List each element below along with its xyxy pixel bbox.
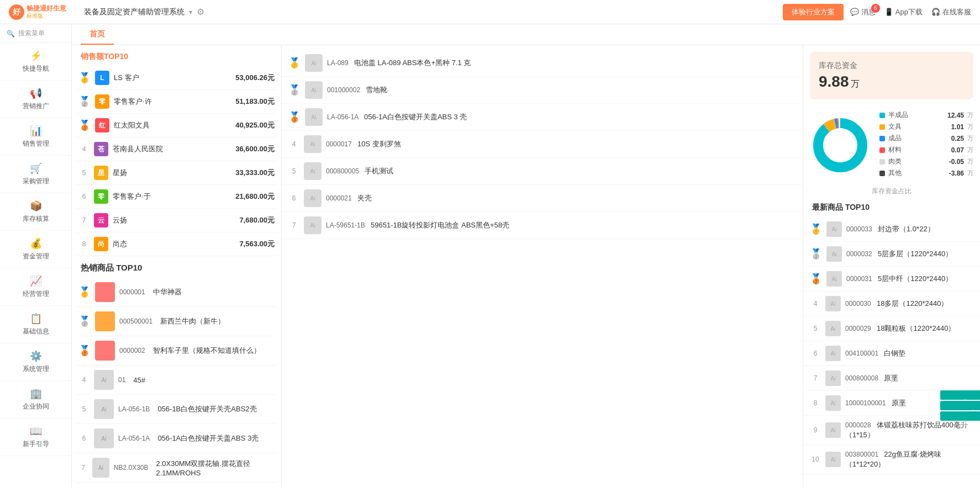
product-name: 056-1A白色按键开关盖ABS 3 壳: [364, 113, 467, 121]
product-rank: 6: [288, 194, 299, 202]
online-service-button[interactable]: 🎧 在线客服: [931, 7, 971, 17]
gear-icon[interactable]: ⚙: [197, 7, 204, 17]
product-image: Ai: [826, 221, 842, 237]
new-product-item: 🥈 Ai 0000032 5层多层（1220*2440）: [803, 242, 980, 267]
product-code: 0000030: [845, 300, 874, 308]
product-rank: 4: [288, 140, 299, 148]
top-sale-item: 🥉 Ai LA-056-1A 056-1A白色按键开关盖ABS 3 壳: [282, 104, 803, 131]
product-rank: 7: [78, 464, 88, 472]
product-code: 0000032: [846, 250, 876, 258]
customer-name: 零售客户·许: [114, 97, 231, 107]
new-product-item: 🥇 Ai 0000033 封边带（1.0*22）: [803, 217, 980, 242]
sidebar: 🔍 搜索菜单 ⚡ 快捷导航 📢 营销推广 📊 销售管理 🛒 采购管理 📦 库存核…: [0, 24, 72, 487]
legend-dot: [879, 124, 885, 130]
search-menu-bar[interactable]: 🔍 搜索菜单: [0, 24, 71, 43]
topbar: 好 畅捷通好生意 标准版 装备及固定资产辅助管理系统 ▾ ⚙ 体验行业方案 💬 …: [0, 0, 980, 24]
sidebar-item-sales[interactable]: 📊 销售管理: [0, 118, 71, 156]
sidebar-item-inventory[interactable]: 📦 库存核算: [0, 193, 71, 231]
sidebar-item-system[interactable]: ⚙️ 系统管理: [0, 343, 71, 381]
product-name: 原垩: [892, 399, 906, 407]
sidebar-item-purchase[interactable]: 🛒 采购管理: [0, 156, 71, 193]
medal-icon: 🥈: [288, 84, 301, 96]
live-stream-button[interactable]: 直播: [940, 411, 980, 421]
product-name: 18颗粒板（1220*2440）: [877, 324, 955, 332]
product-code: 0000002: [119, 347, 145, 354]
new-products-list: 🥇 Ai 0000033 封边带（1.0*22） 🥈 Ai 0000032 5层…: [803, 217, 980, 474]
sidebar-item-operation[interactable]: 📈 经营管理: [0, 268, 71, 306]
customer-item: 5 星 星扬 33,333.00元: [76, 161, 277, 185]
hot-products-title: 热销商品 TOP10: [81, 263, 142, 272]
logo-texts: 畅捷通好生意 标准版: [27, 4, 66, 19]
customer-service-hotline-button[interactable]: 客服热线: [940, 390, 980, 400]
inventory-value: 9.88: [819, 73, 849, 90]
app-label: App下载: [895, 7, 923, 17]
product-code: 000500001: [119, 317, 152, 325]
content-area: 销售额TOP10 🥇 L LS 客户 53,006.26元 🥈 零 零售客户·许…: [72, 45, 980, 487]
operation-label: 经营管理: [23, 289, 49, 299]
right-column: 库存总资金 9.88 万: [803, 45, 980, 487]
product-info: 0000017 10S 变刹罗煞: [326, 139, 796, 149]
customer-amount: 21,680.00元: [235, 192, 275, 202]
product-image: [95, 311, 115, 331]
legend-list: 半成品 12.45 万 文具 1.01 万 成品 0.25 万 材料 0.07 …: [879, 110, 973, 180]
sidebar-item-finance[interactable]: 💰 资金管理: [0, 231, 71, 268]
logo-icon: 好: [9, 4, 24, 20]
app-download-button[interactable]: 📱 App下载: [884, 7, 923, 17]
hot-product-item: 🥇 0000001 中华神器: [76, 278, 277, 307]
system-label: 系统管理: [23, 364, 49, 374]
customer-avatar: 星: [94, 166, 108, 180]
sidebar-item-guide[interactable]: 📖 新手引导: [0, 419, 71, 456]
product-code: 0000028: [845, 421, 874, 429]
legend-label: 半成品: [888, 110, 944, 120]
finance-label: 资金管理: [23, 252, 49, 261]
product-info: LA-056-1A 056-1A白色按键开关盖ABS 3 壳: [327, 112, 796, 122]
svg-point-0: [818, 123, 862, 167]
product-info: 000800008 原垩: [845, 373, 973, 383]
product-image: Ai: [825, 346, 841, 361]
medal-icon: 🥇: [810, 223, 822, 235]
legend-label: 成品: [888, 134, 948, 143]
product-info: 003800001 22g鱼豆腐·烧烤味（1*12*20）: [845, 449, 973, 469]
product-rank: 8: [810, 399, 821, 407]
product-image-placeholder: Ai: [94, 428, 114, 448]
legend-unit: 万: [967, 169, 973, 177]
new-product-item: 7 Ai 000800008 原垩: [803, 366, 980, 391]
product-image: Ai: [826, 246, 842, 262]
tab-home[interactable]: 首页: [81, 25, 114, 45]
message-icon: 💬: [850, 8, 859, 16]
customer-name: LS 客户: [114, 73, 231, 83]
system-arrow-icon[interactable]: ▾: [189, 8, 192, 16]
product-name: 5层多层（1220*2440）: [878, 250, 952, 258]
product-name: 封边带（1.0*22）: [878, 225, 935, 233]
product-image: Ai: [305, 54, 323, 72]
sidebar-item-quick-nav[interactable]: ⚡ 快捷导航: [0, 43, 71, 81]
new-products-title: 最新商品 TOP10: [812, 203, 870, 211]
customer-item: 4 苍 苍南县人民医院 36,600.00元: [76, 137, 277, 161]
product-code: 0000033: [846, 225, 876, 233]
product-code: LA-056-1A: [327, 113, 362, 121]
product-code: LA-59651-1B: [326, 221, 368, 229]
quick-nav-icon: ⚡: [30, 50, 42, 62]
customer-amount: 7,680.00元: [239, 215, 275, 225]
system-icon: ⚙️: [30, 350, 42, 362]
sidebar-item-marketing[interactable]: 📢 营销推广: [0, 81, 71, 118]
sidebar-item-corp[interactable]: 🏢 企业协同: [0, 381, 71, 419]
logo-sub: 标准版: [27, 13, 66, 19]
new-product-item: 10 Ai 003800001 22g鱼豆腐·烧烤味（1*12*20）: [803, 445, 980, 474]
search-icon: 🔍: [7, 30, 15, 38]
sidebar-item-basic[interactable]: 📋 基础信息: [0, 306, 71, 343]
customer-rank: 5: [78, 169, 89, 177]
basic-icon: 📋: [30, 313, 42, 325]
service-community-button[interactable]: 服务社区: [940, 401, 980, 410]
message-button[interactable]: 💬 消息 6: [850, 7, 876, 17]
legend-unit: 万: [967, 111, 973, 119]
product-rank: 5: [810, 325, 821, 332]
medal-icon: 🥈: [78, 315, 91, 327]
inventory-unit: 万: [851, 79, 860, 88]
product-info: 0000021 夹壳: [326, 193, 796, 203]
legend-item: 文具 1.01 万: [879, 122, 973, 131]
inventory-card: 库存总资金 9.88 万: [810, 52, 973, 99]
trial-button[interactable]: 体验行业方案: [783, 4, 844, 20]
float-service: 客服热线 服务社区 直播: [940, 390, 980, 421]
product-image-placeholder: Ai: [94, 399, 114, 419]
